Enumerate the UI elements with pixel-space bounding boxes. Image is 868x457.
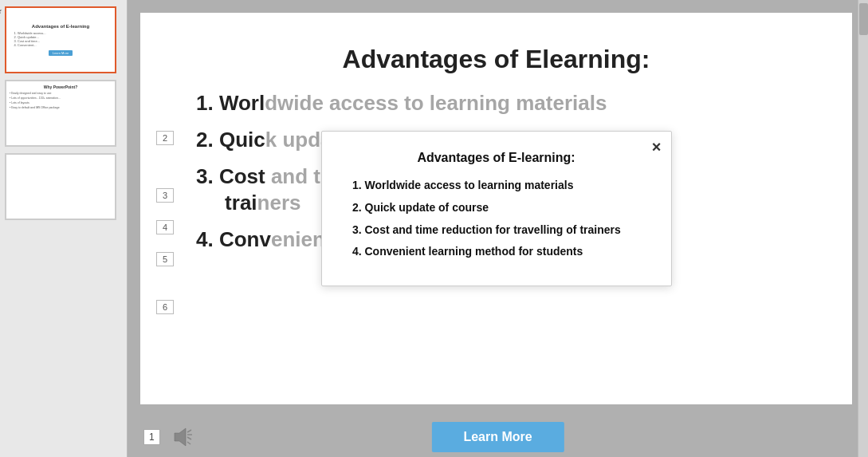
slide-thumb-2[interactable]: ★ Advantages of E-learning Worldwide acc… [5,6,116,73]
thumb3-line-4: • Easy to default and MS Office package [10,106,112,109]
learn-more-button[interactable]: Learn More [431,422,564,452]
thumb2-btn: Learn More [49,50,73,56]
thumb3-line-1: • Easily designed and easy to use [10,92,112,95]
modal-title: Advantages of E-learning: [346,151,647,165]
svg-line-4 [187,442,190,444]
modal-item-3: Cost and time reduction for travelling o… [365,223,647,238]
thumb3-title: Why PowerPoint? [10,85,112,89]
modal-item-2: Quick update of course [365,200,647,216]
star-indicator: ★ [0,6,2,15]
slide-thumb-3[interactable]: Why PowerPoint? • Easily designed and ea… [5,80,116,147]
sidebar: ★ Advantages of E-learning Worldwide acc… [0,0,128,457]
modal-box: × Advantages of E-learning: Worldwide ac… [321,131,672,286]
thumb2-list: Worldwide access... Quick update... Cost… [10,31,112,47]
modal-item-4: Convenient learning method for students [365,244,647,260]
speaker-icon[interactable] [168,423,197,451]
svg-line-1 [187,430,191,432]
modal-list: Worldwide access to learning materials Q… [346,178,647,259]
slide-thumb-4[interactable] [5,153,116,220]
thumb2-title: Advantages of E-learning [32,24,89,29]
main-scrollbar[interactable] [858,0,868,457]
main-area: 2 3 4 5 6 Advantages of Elearning: 1. Wo… [128,0,868,457]
svg-marker-0 [175,428,186,446]
modal-close-button[interactable]: × [652,138,662,156]
bottom-bar: 1 Learn More [128,417,868,457]
thumb3-line-2: • Lots of opportunities - 150+ animation… [10,97,112,100]
svg-line-3 [187,437,191,439]
thumb3-line-3: • Lots of layouts [10,101,112,104]
page-badge: 1 [143,429,160,445]
modal-overlay: × Advantages of E-learning: Worldwide ac… [140,13,852,404]
slide-canvas: 2 3 4 5 6 Advantages of Elearning: 1. Wo… [140,13,852,404]
modal-item-1: Worldwide access to learning materials [365,178,647,194]
